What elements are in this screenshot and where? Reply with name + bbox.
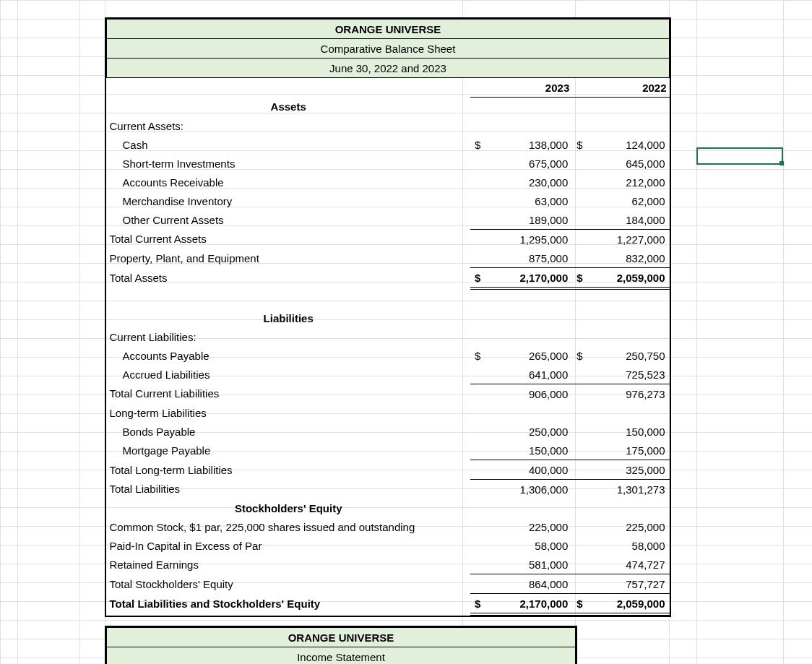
ppe-2022: 832,000 (590, 249, 670, 268)
table-row: Short-term Investments 675,000 645,000 (107, 154, 670, 173)
re-2023: 581,000 (488, 555, 572, 574)
mp-2023: 150,000 (488, 441, 572, 460)
section-assets: Assets (107, 98, 470, 117)
table-row: Total Liabilities 1,306,000 1,301,273 (107, 480, 670, 499)
tltl-label: Total Long-term Liabilities (107, 460, 470, 480)
table-row: Other Current Assets 189,000 184,000 (107, 210, 670, 230)
table-row: Bonds Payable 250,000 150,000 (107, 422, 670, 441)
is-title: Income Statement (107, 647, 576, 665)
tcl-2023: 906,000 (488, 384, 572, 404)
table-row: ORANGE UNIVERSE (107, 628, 576, 647)
current-assets-header: Current Assets: (107, 116, 470, 135)
tse-2022: 757,727 (590, 574, 670, 594)
section-equity: Stockholders' Equity (107, 499, 470, 517)
table-row: Paid-In Capital in Excess of Par 58,000 … (107, 536, 670, 555)
bp-label: Bonds Payable (107, 422, 470, 441)
sti-2022: 645,000 (590, 154, 670, 173)
mp-2022: 175,000 (590, 441, 670, 460)
table-row: Total Stockholders' Equity 864,000 757,7… (107, 574, 670, 594)
lt-liab-header: Long-term Liabilities (107, 403, 470, 422)
table-row: Mortgage Payable 150,000 175,000 (107, 441, 670, 460)
al-2022: 725,523 (590, 365, 670, 384)
table-row: Stockholders' Equity (107, 499, 670, 517)
table-row (107, 288, 670, 309)
tl-2022: 1,301,273 (590, 480, 670, 499)
dollar-sign: $ (470, 346, 488, 365)
bp-2023: 250,000 (488, 422, 572, 441)
mi-2023: 63,000 (488, 191, 572, 210)
oca-2023: 189,000 (488, 210, 572, 230)
ap-label: Accounts Payable (107, 346, 470, 365)
re-label: Retained Earnings (107, 555, 470, 574)
cs-2023: 225,000 (488, 517, 572, 536)
active-cell-selection[interactable] (696, 147, 783, 165)
table-row: Total Assets $2,170,000 $2,059,000 (107, 268, 670, 289)
income-statement-table: ORANGE UNIVERSE Income Statement (105, 626, 577, 664)
mi-2022: 62,000 (590, 191, 670, 210)
ta-2023: 2,170,000 (488, 268, 572, 289)
table-row: Income Statement (107, 647, 576, 665)
pic-label: Paid-In Capital in Excess of Par (107, 536, 470, 555)
oca-2022: 184,000 (590, 210, 670, 230)
company-name: ORANGE UNIVERSE (107, 20, 670, 39)
table-row: Accrued Liabilities 641,000 725,523 (107, 365, 670, 384)
cash-2022: 124,000 (590, 135, 670, 154)
ta-2022: 2,059,000 (590, 268, 670, 289)
cash-label: Cash (107, 135, 470, 154)
current-liab-header: Current Liabilities: (107, 327, 470, 346)
bp-2022: 150,000 (590, 422, 670, 441)
tltl-2023: 400,000 (488, 460, 572, 480)
is-company-name: ORANGE UNIVERSE (107, 628, 576, 647)
dollar-sign: $ (470, 268, 488, 289)
table-row: Total Current Assets 1,295,000 1,227,000 (107, 230, 670, 249)
table-row: Comparative Balance Sheet (107, 39, 670, 59)
table-row: Common Stock, $1 par, 225,000 shares iss… (107, 517, 670, 536)
oca-label: Other Current Assets (107, 210, 470, 230)
balance-sheet-table: ORANGE UNIVERSE Comparative Balance Shee… (105, 17, 671, 617)
dollar-sign: $ (470, 135, 488, 154)
tca-2022: 1,227,000 (590, 230, 670, 249)
tse-label: Total Stockholders' Equity (107, 574, 470, 594)
cash-2023: 138,000 (488, 135, 572, 154)
table-row: Retained Earnings 581,000 474,727 (107, 555, 670, 574)
pic-2023: 58,000 (488, 536, 572, 555)
table-row: Current Assets: (107, 116, 670, 135)
dollar-sign: $ (572, 135, 589, 154)
table-row: Cash $138,000 $124,000 (107, 135, 670, 154)
statement-title: Comparative Balance Sheet (107, 39, 670, 59)
section-liabilities: Liabilities (107, 309, 470, 327)
cs-2022: 225,000 (590, 517, 670, 536)
al-2023: 641,000 (488, 365, 572, 384)
tse-2023: 864,000 (488, 574, 572, 594)
table-row: Property, Plant, and Equipment 875,000 8… (107, 249, 670, 268)
tcl-2022: 976,273 (590, 384, 670, 404)
dollar-sign: $ (572, 594, 589, 615)
table-row: 2023 2022 (107, 78, 670, 98)
spreadsheet-viewport: ORANGE UNIVERSE Comparative Balance Shee… (0, 0, 812, 664)
mi-label: Merchandise Inventory (107, 191, 470, 210)
table-row: June 30, 2022 and 2023 (107, 59, 670, 78)
ap-2023: 265,000 (488, 346, 572, 365)
ta-label: Total Assets (107, 268, 470, 289)
cs-label: Common Stock, $1 par, 225,000 shares iss… (107, 517, 470, 536)
table-row: Accounts Payable $265,000 $250,750 (107, 346, 670, 365)
mp-label: Mortgage Payable (107, 441, 470, 460)
ap-2022: 250,750 (590, 346, 670, 365)
tlse-2023: 2,170,000 (488, 594, 572, 615)
tca-2023: 1,295,000 (488, 230, 572, 249)
table-row: Total Long-term Liabilities 400,000 325,… (107, 460, 670, 480)
tlse-label: Total Liabilities and Stockholders' Equi… (107, 594, 470, 615)
table-row: Long-term Liabilities (107, 403, 670, 422)
pic-2022: 58,000 (590, 536, 670, 555)
table-row: Merchandise Inventory 63,000 62,000 (107, 191, 670, 210)
sti-label: Short-term Investments (107, 154, 470, 173)
ar-label: Accounts Receivable (107, 173, 470, 191)
sti-2023: 675,000 (488, 154, 572, 173)
tl-2023: 1,306,000 (488, 480, 572, 499)
tl-label: Total Liabilities (107, 480, 470, 499)
table-row: Liabilities (107, 309, 670, 327)
tltl-2022: 325,000 (590, 460, 670, 480)
ar-2023: 230,000 (488, 173, 572, 191)
ppe-label: Property, Plant, and Equipment (107, 249, 470, 268)
table-row: Accounts Receivable 230,000 212,000 (107, 173, 670, 191)
